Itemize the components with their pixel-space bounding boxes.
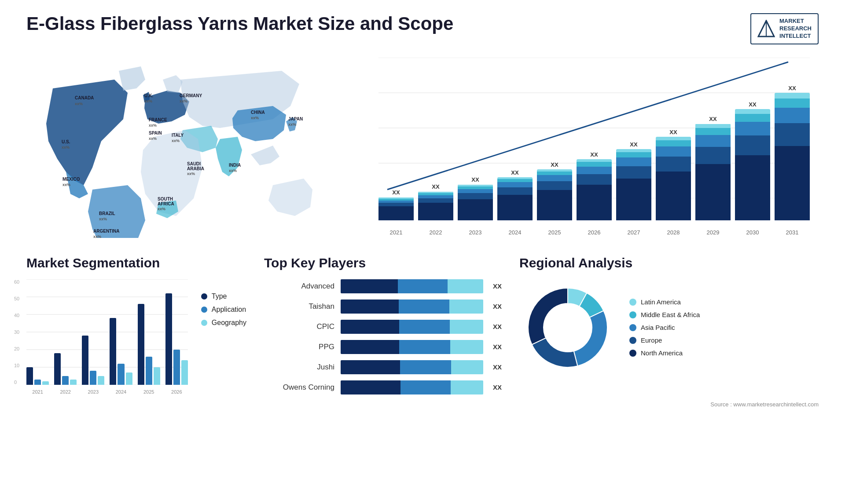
donut-segment xyxy=(574,310,607,365)
bar-col: XX xyxy=(577,151,612,220)
svg-text:xx%: xx% xyxy=(62,183,70,187)
map-container: CANADA xx% U.S. xx% MEXICO xx% BRAZIL xx… xyxy=(26,53,334,238)
svg-text:JAPAN: JAPAN xyxy=(288,117,303,121)
bar-col: XX xyxy=(458,176,493,220)
player-bar xyxy=(341,299,483,314)
svg-text:AFRICA: AFRICA xyxy=(158,201,174,206)
key-players-container: Top Key Players AdvancedXXTaishanXXCPICX… xyxy=(264,256,502,394)
players-list: AdvancedXXTaishanXXCPICXXPPGXXJushiXXOwe… xyxy=(264,279,502,394)
svg-text:xx%: xx% xyxy=(172,139,180,143)
svg-text:SAUDI: SAUDI xyxy=(187,161,201,166)
player-name: PPG xyxy=(264,343,334,351)
player-xx-label: XX xyxy=(493,303,502,310)
player-row: JushiXX xyxy=(264,360,502,374)
reg-legend-item: Asia Pacific xyxy=(629,324,700,331)
top-section: CANADA xx% U.S. xx% MEXICO xx% BRAZIL xx… xyxy=(26,53,819,238)
player-row: TaishanXX xyxy=(264,299,502,314)
player-name: CPIC xyxy=(264,322,334,331)
seg-bar-group xyxy=(82,279,104,385)
source-text: Source : www.marketresearchintellect.com xyxy=(26,401,819,408)
player-row: PPGXX xyxy=(264,340,502,354)
svg-text:MEXICO: MEXICO xyxy=(62,177,80,182)
donut-segment xyxy=(528,288,568,344)
player-bar-wrap xyxy=(341,340,483,354)
seg-y-axis: 6050403020100 xyxy=(14,279,19,385)
svg-text:U.S.: U.S. xyxy=(62,139,70,144)
segmentation-title: Market Segmentation xyxy=(26,256,246,270)
header: E-Glass Fiberglass Yarns Market Size and… xyxy=(26,13,819,44)
seg-legend-item: Type xyxy=(201,292,246,300)
svg-text:INDIA: INDIA xyxy=(229,163,241,168)
player-row: AdvancedXX xyxy=(264,279,502,293)
donut-wrap xyxy=(519,279,616,376)
reg-legend-item: Europe xyxy=(629,336,700,344)
svg-text:xx%: xx% xyxy=(229,168,237,173)
player-bar xyxy=(341,340,483,354)
player-xx-label: XX xyxy=(493,343,502,351)
bar-col: XX xyxy=(418,183,453,220)
reg-legend-item: Middle East & Africa xyxy=(629,311,700,318)
seg-chart-inner: 6050403020100 202120222023202420252026 xyxy=(26,279,188,385)
seg-bars xyxy=(26,279,188,385)
bar-chart-container: XXXXXXXXXXXXXXXXXXXXXX 20212022202320242… xyxy=(352,53,819,238)
bar-col: XX xyxy=(497,169,533,220)
svg-text:xx%: xx% xyxy=(187,172,195,176)
bar-x-labels: 2021202220232024202520262027202820292030… xyxy=(378,229,810,236)
logo-text: MARKET RESEARCH INTELLECT xyxy=(779,18,812,40)
seg-legend-item: Application xyxy=(201,306,246,314)
seg-bar-group xyxy=(138,279,160,385)
player-bar xyxy=(341,380,483,394)
bar-col: XX xyxy=(378,189,414,220)
key-players-title: Top Key Players xyxy=(264,256,502,270)
reg-legend-item: Latin America xyxy=(629,298,700,306)
player-bar xyxy=(341,279,483,293)
player-name: Owens Corning xyxy=(264,383,334,392)
donut-svg xyxy=(519,279,616,376)
svg-text:GERMANY: GERMANY xyxy=(180,93,202,98)
svg-text:xx%: xx% xyxy=(62,145,70,150)
bar-col: XX xyxy=(656,129,691,220)
svg-text:xx%: xx% xyxy=(144,99,152,103)
player-xx-label: XX xyxy=(493,323,502,330)
svg-text:xx%: xx% xyxy=(180,99,187,103)
donut-segment xyxy=(532,338,578,367)
seg-chart-area: 6050403020100 202120222023202420252026 xyxy=(26,279,246,385)
player-bar-wrap xyxy=(341,320,483,334)
svg-text:CHINA: CHINA xyxy=(251,110,265,115)
svg-text:FRANCE: FRANCE xyxy=(149,117,167,122)
svg-text:xx%: xx% xyxy=(93,234,101,238)
bar-chart-area: XXXXXXXXXXXXXXXXXXXXXX 20212022202320242… xyxy=(378,58,810,220)
player-name: Taishan xyxy=(264,302,334,311)
svg-text:SOUTH: SOUTH xyxy=(158,197,173,201)
svg-text:xx%: xx% xyxy=(149,123,157,128)
page-title: E-Glass Fiberglass Yarns Market Size and… xyxy=(26,13,453,34)
seg-bar-group xyxy=(54,279,77,385)
regional-legend: Latin AmericaMiddle East & AfricaAsia Pa… xyxy=(629,298,700,357)
svg-text:BRAZIL: BRAZIL xyxy=(99,211,115,216)
svg-text:SPAIN: SPAIN xyxy=(149,131,162,135)
bar-col: XX xyxy=(775,85,810,220)
player-bar xyxy=(341,360,483,374)
segmentation-container: Market Segmentation 6050403020100 xyxy=(26,256,246,385)
svg-text:xx%: xx% xyxy=(251,116,259,120)
svg-text:xx%: xx% xyxy=(158,207,165,211)
player-row: CPICXX xyxy=(264,320,502,334)
player-bar-wrap xyxy=(341,380,483,394)
page-container: E-Glass Fiberglass Yarns Market Size and… xyxy=(0,0,845,504)
world-map-svg: CANADA xx% U.S. xx% MEXICO xx% BRAZIL xx… xyxy=(26,53,334,238)
reg-legend-item: North America xyxy=(629,349,700,357)
seg-legend-item: Geography xyxy=(201,319,246,327)
bar-col: XX xyxy=(616,141,651,220)
bar-chart-bars: XXXXXXXXXXXXXXXXXXXXXX xyxy=(378,80,810,220)
bottom-section: Market Segmentation 6050403020100 xyxy=(26,256,819,394)
bar-col: XX xyxy=(537,161,572,220)
svg-text:ARGENTINA: ARGENTINA xyxy=(93,229,119,234)
player-bar-wrap xyxy=(341,299,483,314)
player-row: Owens CorningXX xyxy=(264,380,502,394)
svg-text:xx%: xx% xyxy=(149,136,157,141)
player-xx-label: XX xyxy=(493,363,502,371)
player-xx-label: XX xyxy=(493,383,502,391)
svg-text:CANADA: CANADA xyxy=(75,95,94,100)
player-name: Jushi xyxy=(264,363,334,372)
logo-box: MARKET RESEARCH INTELLECT xyxy=(750,13,819,44)
